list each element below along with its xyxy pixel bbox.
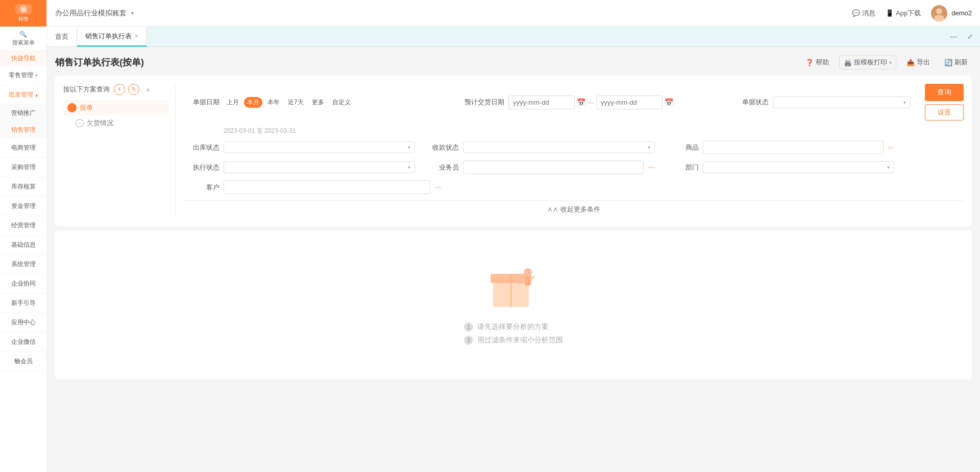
sidebar-sub-sales[interactable]: 销售管理 [0,122,46,138]
filter-scheme-title: 按以下方案查询 + ✎ « [63,84,169,95]
sidebar-item-member[interactable]: 畅会员 [0,352,46,371]
avatar[interactable] [931,5,947,21]
product-label: 商品 [663,143,699,152]
username: demo2 [951,9,972,17]
collapse-more-btn[interactable]: ∧∧ 收起更多条件 [184,200,964,218]
sidebar-item-operations[interactable]: 经营管理 [0,216,46,235]
scheme-icon-by-order [67,103,77,112]
date-tab-this-month[interactable]: 本月 [244,97,262,108]
sidebar-item-finance[interactable]: 资金管理 [0,197,46,216]
sidebar-item-basics[interactable]: 基础信息 [0,235,46,255]
sidebar-item-ecommerce[interactable]: 电商管理 [0,138,46,158]
sidebar-sub-marketing[interactable]: 营销推广 [0,105,46,122]
tab-sales-exec[interactable]: 销售订单执行表 × [77,27,147,46]
logo-icon: 畅 [15,4,32,14]
order-status-select[interactable]: ▾ [773,97,911,108]
edit-scheme-btn[interactable]: ✎ [128,84,139,95]
app-download-btn[interactable]: 📱 App下载 [886,9,921,18]
expected-delivery-end[interactable] [596,96,663,109]
expected-delivery-label: 预计交货日期 [458,98,504,107]
topbar: 办公用品行业模拟账套 ▾ 💬 消息 📱 App下载 demo2 [47,0,980,27]
svg-point-8 [524,268,532,276]
sidebar-item-system[interactable]: 系统管理 [0,255,46,274]
sidebar-item-newbie[interactable]: 新手引导 [0,294,46,313]
customer-label: 客户 [184,183,219,192]
sidebar-item-retail[interactable]: 零售管理 ▾ [0,66,46,85]
industry-title: 办公用品行业模拟账套 [55,9,127,18]
export-icon: 📤 [906,59,915,66]
date-tab-custom[interactable]: 自定义 [329,97,354,108]
collapse-scheme-btn[interactable]: « [142,84,154,95]
scheme-item-by-order[interactable]: 按单 [63,100,169,115]
page-content: 销售订单执行表(按单) ❓ 帮助 🖨️ 按模板打印 ▾ 📤 导出 🔄 刷新 [47,47,980,472]
department-field: 部门 ▾ [663,161,894,173]
department-arrow: ▾ [887,164,890,170]
help-btn[interactable]: ❓ 帮助 [801,56,833,69]
query-btn[interactable]: 查询 [925,84,964,101]
calendar-icon-end[interactable]: 📅 [665,98,673,106]
exec-status-select[interactable]: ▾ [224,161,415,173]
exec-status-field: 执行状态 ▾ [184,161,415,173]
filter-panel: 按以下方案查询 + ✎ « 按单 ○ 欠货情况 [55,76,972,226]
hint-num-1: 1 [464,322,473,332]
dropdown-icon[interactable]: ▾ [131,9,134,17]
refresh-btn[interactable]: 🔄 刷新 [940,56,972,69]
filter-row-2: 出库状态 ▾ 收款状态 ▾ [184,140,964,154]
tab-expand-btn[interactable]: ⤢ [964,31,976,43]
scheme-icon-owed: ○ [76,119,84,127]
date-tab-7days[interactable]: 近7天 [285,97,307,108]
expected-delivery-start[interactable] [508,96,575,109]
message-icon: 💬 [852,9,860,17]
customer-field: 客户 ··· [184,180,441,194]
department-select[interactable]: ▾ [703,161,894,173]
svg-point-3 [936,8,942,14]
product-more-btn[interactable]: ··· [888,143,894,152]
sidebar-quicknav[interactable]: 快捷导航 [0,51,46,66]
sidebar-item-apps[interactable]: 应用中心 [0,313,46,333]
sidebar-item-wholesale[interactable]: 批发管理 ▴ [0,85,46,105]
order-status-arrow: ▾ [903,100,906,105]
delivery-status-arrow: ▾ [408,145,410,150]
scheme-item-owed[interactable]: ○ 欠货情况 [63,115,169,131]
settings-btn[interactable]: 设置 [925,104,964,121]
payment-status-select[interactable]: ▾ [463,141,654,153]
calendar-icon-start[interactable]: 📅 [577,98,585,106]
salesperson-more-btn[interactable]: ··· [648,163,654,172]
salesperson-input[interactable] [463,160,644,174]
sidebar-item-wechat[interactable]: 企业微信 [0,333,46,352]
filter-scheme-panel: 按以下方案查询 + ✎ « 按单 ○ 欠货情况 [63,84,176,218]
date-range-text: 2023-03-01 至 2023-03-31 [224,127,964,135]
tab-home[interactable]: 首页 [47,27,77,46]
empty-hints-list: 1 请先选择要分析的方案 2 用过滤条件来缩小分析范围 [464,322,563,349]
product-input[interactable] [703,140,884,154]
customer-more-btn[interactable]: ··· [434,183,441,192]
message-btn[interactable]: 💬 消息 [852,9,875,18]
export-btn[interactable]: 📤 导出 [902,56,934,69]
app-download-icon: 📱 [886,9,894,17]
date-tab-more[interactable]: 更多 [309,97,327,108]
logo-text: 标惟 [18,15,29,22]
payment-status-label: 收款状态 [423,143,459,152]
main-area: 办公用品行业模拟账套 ▾ 💬 消息 📱 App下载 demo2 首页 [47,0,980,472]
sidebar-search-item[interactable]: 🔍 搜索菜单 [0,27,46,51]
add-scheme-btn[interactable]: + [114,84,125,95]
empty-state: 1 请先选择要分析的方案 2 用过滤条件来缩小分析范围 [55,230,972,380]
help-icon: ❓ [805,59,814,66]
sidebar-item-inventory[interactable]: 库存核算 [0,177,46,197]
delivery-status-field: 出库状态 ▾ [184,141,415,153]
order-date-field: 单据日期 上月 本月 本年 近7天 更多 自定义 [184,97,450,108]
delivery-status-select[interactable]: ▾ [224,141,415,153]
template-print-btn[interactable]: 🖨️ 按模板打印 ▾ [839,55,896,69]
order-status-label: 单据状态 [733,98,769,107]
user-area[interactable]: demo2 [931,5,972,21]
sidebar-item-purchase[interactable]: 采购管理 [0,158,46,177]
customer-input[interactable] [224,180,430,194]
date-tab-this-year[interactable]: 本年 [264,97,283,108]
tab-close-all-btn[interactable]: — [947,31,960,43]
hint-num-2: 2 [464,336,473,345]
tabbar: 首页 销售订单执行表 × — ⤢ [47,27,980,47]
date-tab-last-month[interactable]: 上月 [224,97,242,108]
filter-status-row: 按以下方案查询 + ✎ « 按单 ○ 欠货情况 [63,84,964,218]
sidebar-item-enterprise[interactable]: 企业协同 [0,274,46,294]
tab-close-btn[interactable]: × [135,33,138,40]
